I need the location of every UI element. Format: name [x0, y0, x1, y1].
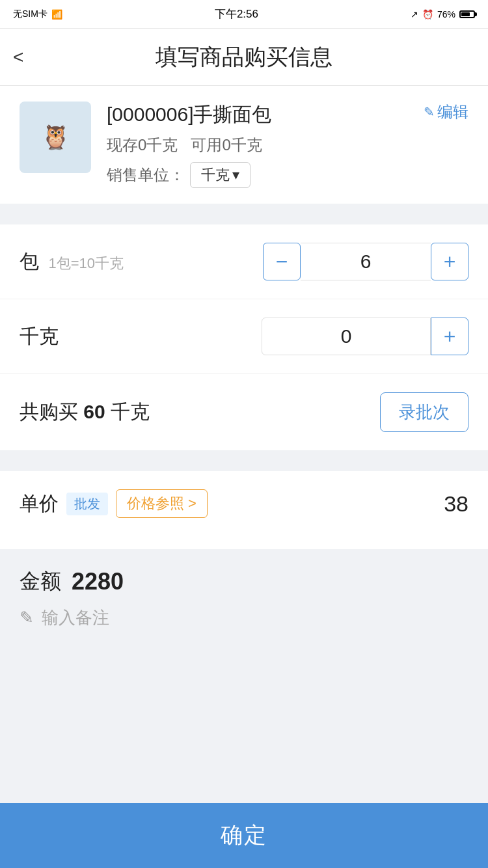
bao-increment-button[interactable]: + [431, 243, 468, 280]
bao-input-group: − + [263, 243, 468, 280]
product-owl-icon: 🦉 [41, 124, 70, 151]
bao-decrement-button[interactable]: − [263, 243, 301, 280]
product-stock: 现存0千克 可用0千克 [107, 135, 468, 156]
edit-button[interactable]: ✎ 编辑 [424, 102, 468, 122]
stock-separator [182, 136, 187, 154]
product-info: [0000006]手撕面包 现存0千克 可用0千克 销售单位： 千克 ▾ [107, 102, 468, 188]
price-ref-button[interactable]: 价格参照 > [116, 489, 208, 518]
remark-icon: ✎ [20, 608, 34, 628]
dropdown-arrow-icon: ▾ [232, 167, 239, 183]
unit-value: 千克 [201, 165, 230, 185]
qianke-field-row: 千克 + [0, 299, 488, 374]
status-time: 下午2:56 [215, 7, 258, 21]
batch-tag: 批发 [66, 493, 108, 515]
nav-bar: < 填写商品购买信息 [0, 29, 488, 86]
battery-icon [459, 10, 475, 18]
alarm-icon: ⏰ [422, 9, 433, 20]
total-unit: 千克 [111, 401, 150, 422]
location-icon: ↗ [411, 9, 418, 20]
batch-button[interactable]: 录批次 [380, 392, 468, 432]
confirm-button[interactable]: 确定 [0, 803, 488, 868]
price-value: 38 [444, 491, 468, 517]
amount-label: 金额 [20, 567, 61, 596]
unit-select[interactable]: 千克 ▾ [190, 162, 251, 188]
battery-text: 76% [437, 9, 455, 20]
price-label: 单价 [20, 491, 59, 517]
separator-2 [0, 461, 488, 471]
remark-row[interactable]: ✎ 输入备注 [20, 606, 468, 629]
product-name: [0000006]手撕面包 [107, 102, 468, 128]
remark-placeholder: 输入备注 [42, 606, 109, 629]
bao-field-row: 包 1包=10千克 − + [0, 224, 488, 299]
price-section: 单价 批发 价格参照 > 38 [0, 471, 488, 549]
status-right: ↗ ⏰ 76% [411, 9, 475, 20]
back-button[interactable]: < [13, 47, 23, 68]
amount-row: 金额 2280 [20, 567, 468, 596]
page-title: 填写商品购买信息 [156, 42, 332, 72]
amount-value: 2280 [72, 568, 124, 595]
edit-label: 编辑 [437, 102, 468, 122]
product-thumbnail: 🦉 [20, 102, 91, 173]
qianke-label-group: 千克 [20, 323, 59, 350]
total-label: 共购买 [20, 401, 78, 422]
sim-icon: 📶 [51, 9, 62, 20]
price-label-group: 单价 批发 价格参照 > [20, 489, 208, 518]
product-section: 🦉 [0000006]手撕面包 现存0千克 可用0千克 销售单位： 千克 ▾ ✎… [0, 86, 488, 204]
unit-label: 销售单位： [107, 165, 185, 185]
bao-hint: 1包=10千克 [48, 255, 124, 271]
carrier-text: 无SIM卡 [13, 8, 47, 20]
total-text: 共购买 60 千克 [20, 399, 150, 426]
stock-text: 现存0千克 [107, 136, 178, 154]
price-row: 单价 批发 价格参照 > 38 [20, 489, 468, 518]
qianke-input-group: + [262, 318, 468, 355]
qianke-label: 千克 [20, 325, 59, 347]
qianke-increment-button[interactable]: + [431, 318, 468, 355]
edit-icon: ✎ [424, 104, 435, 120]
status-bar: 无SIM卡 📶 下午2:56 ↗ ⏰ 76% [0, 0, 488, 29]
bao-input[interactable] [301, 243, 431, 280]
total-row: 共购买 60 千克 录批次 [0, 374, 488, 450]
status-left: 无SIM卡 📶 [13, 8, 62, 20]
available-text: 可用0千克 [191, 136, 262, 154]
bao-label: 包 [20, 251, 39, 272]
separator-1 [0, 214, 488, 224]
amount-section: 金额 2280 ✎ 输入备注 [0, 549, 488, 642]
qianke-input[interactable] [262, 318, 431, 355]
product-unit-row: 销售单位： 千克 ▾ [107, 162, 468, 188]
total-amount: 60 [83, 401, 105, 422]
bao-label-group: 包 1包=10千克 [20, 249, 124, 275]
